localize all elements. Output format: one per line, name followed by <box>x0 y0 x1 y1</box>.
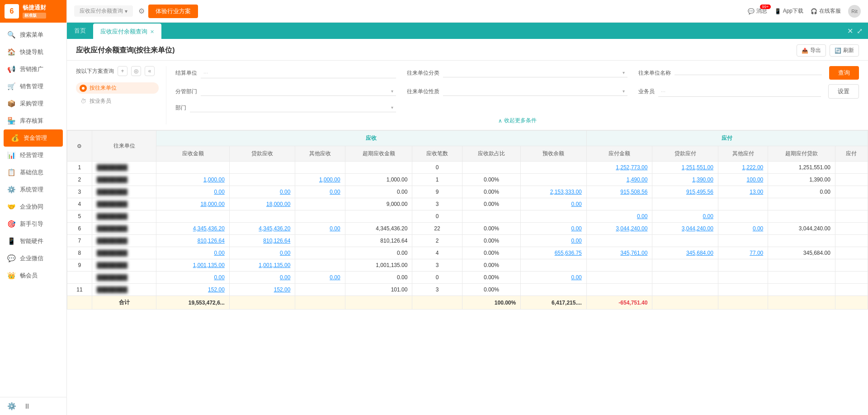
row-recv-count: 0 <box>412 210 462 223</box>
sidebar-item-purchase[interactable]: 📦 采购管理 <box>0 95 66 112</box>
collapse-filter-icon[interactable]: « <box>145 66 155 76</box>
row-pay-other: 13.00 <box>718 186 768 198</box>
tab-home[interactable]: 首页 <box>67 23 93 39</box>
page-title: 应收应付余额查询(按往来单位) <box>76 46 175 55</box>
row-pay-col <box>835 259 868 272</box>
query-button[interactable]: 查询 <box>829 66 859 80</box>
export-button[interactable]: 📤 导出 <box>797 44 826 57</box>
row-recv-prepay: 0.00 <box>521 235 587 247</box>
user-info[interactable]: Rit <box>848 5 861 18</box>
sidebar-item-finance[interactable]: 💰 资金管理 <box>4 129 63 147</box>
sidebar-item-sales[interactable]: 🛒 销售管理 <box>0 78 66 95</box>
settlement-unit-input[interactable]: ··· <box>201 68 396 78</box>
dept-chevron-icon: ▾ <box>391 89 393 94</box>
trial-button[interactable]: 体验行业方案 <box>148 5 198 18</box>
collapse-button[interactable]: ∧ 收起更多条件 <box>175 117 859 124</box>
sidebar-item-operations[interactable]: 📊 经营管理 <box>0 147 66 164</box>
row-recv-prepay: 0.00 <box>521 272 587 284</box>
unit-name-input[interactable] <box>675 71 822 75</box>
unit-category-select[interactable]: ▾ <box>443 68 627 77</box>
collapse-icon[interactable]: ⏸ <box>24 402 31 410</box>
export-icon: 📤 <box>802 48 808 54</box>
mode-by-unit[interactable]: 按往来单位 <box>76 82 159 94</box>
row-partner: ████████ <box>92 259 156 272</box>
expand-icon[interactable]: ⤢ <box>857 27 863 35</box>
sidebar-item-quick-nav[interactable]: 🏠 快捷导航 <box>0 43 66 61</box>
row-recv-loan: 1,001,135.00 <box>229 259 295 272</box>
col-settings[interactable]: ⚙ <box>67 131 92 162</box>
table-row: 7 ████████ 810,126.64 810,126.64 810,126… <box>67 235 868 247</box>
row-recv-ratio: 0.00% <box>462 198 520 210</box>
row-pay-amount: 915,508.56 <box>586 186 652 198</box>
messages-button[interactable]: 💬 消息 99+ <box>748 7 767 15</box>
filter-settings-icon[interactable]: ◎ <box>131 66 141 76</box>
table-row: 5 ████████ 0 0.00 0.00 <box>67 210 868 223</box>
sidebar-item-guide[interactable]: 🎯 新手引导 <box>0 215 66 233</box>
total-row: 合计 19,553,472,6... 100.00% 6,417,215....… <box>67 296 868 310</box>
row-recv-overdue: 101.00 <box>345 284 412 296</box>
add-filter-icon[interactable]: + <box>118 66 127 76</box>
row-index: 6 <box>67 223 92 235</box>
row-index: 7 <box>67 235 92 247</box>
breadcrumb-chevron-icon[interactable]: ▾ <box>125 8 127 14</box>
row-recv-ratio <box>462 162 520 174</box>
row-recv-count: 22 <box>412 223 462 235</box>
row-pay-amount: 1,490.00 <box>586 174 652 186</box>
tab-close-icon[interactable]: ✕ <box>150 29 154 35</box>
row-pay-overdue: 1,251,551.00 <box>768 162 835 174</box>
refresh-button[interactable]: 🔄 刷新 <box>830 44 859 57</box>
settings-icon[interactable]: ⚙️ <box>7 402 16 410</box>
row-recv-loan: 152.00 <box>229 284 295 296</box>
row-partner: ████████ <box>92 198 156 210</box>
sidebar-item-wechat[interactable]: 💬 企业微信 <box>0 250 66 267</box>
col-recv-prepay: 预收余额 <box>521 146 587 162</box>
footer-pay-amount: -654,751.40 <box>586 296 652 310</box>
row-recv-overdue: 9,000.00 <box>345 198 412 210</box>
col-pay-loan: 贷款应付 <box>652 146 718 162</box>
set-button[interactable]: 设置 <box>828 84 859 99</box>
mode-by-staff[interactable]: ⏱ 按业务员 <box>76 95 159 107</box>
logo-icon: 6 <box>5 4 19 19</box>
close-window-icon[interactable]: ✕ <box>847 27 853 35</box>
row-pay-other: 100.00 <box>718 174 768 186</box>
refresh-icon: 🔄 <box>835 48 841 54</box>
row-recv-loan <box>229 210 295 223</box>
unit-name-label: 往来单位名称 <box>638 69 671 77</box>
row-pay-other <box>718 259 768 272</box>
salesperson-input[interactable]: ··· <box>658 86 821 97</box>
row-recv-amount: 810,126.64 <box>156 235 230 247</box>
sidebar-item-cooperation[interactable]: 🤝 企业协同 <box>0 198 66 215</box>
footer-recv-ratio: 100.00% <box>462 296 520 310</box>
tab-balance-query[interactable]: 应收应付余额查询 ✕ <box>93 24 161 40</box>
sidebar-item-system[interactable]: ⚙️ 系统管理 <box>0 181 66 198</box>
col-recv-count: 应收笔数 <box>412 146 462 162</box>
chevron-up-icon: ∧ <box>498 118 502 124</box>
main-content: 应收应付余额查询(按往来单位) 📤 导出 🔄 刷新 按以下 <box>67 39 868 415</box>
row-partner: ████████ <box>92 284 156 296</box>
row-pay-overdue <box>768 272 835 284</box>
row-recv-ratio: 0.00% <box>462 247 520 259</box>
row-pay-overdue <box>768 284 835 296</box>
department-label: 部门 <box>175 104 186 112</box>
app-download-button[interactable]: 📱 App下载 <box>774 7 803 15</box>
row-recv-prepay <box>521 259 587 272</box>
row-recv-ratio: 0.00% <box>462 259 520 272</box>
row-recv-other: 0.00 <box>295 186 345 198</box>
department-select[interactable]: ▾ <box>190 103 396 112</box>
sidebar-item-member[interactable]: 👑 畅会员 <box>0 267 66 284</box>
online-service-button[interactable]: 🎧 在线客服 <box>811 7 841 15</box>
header-gear-icon[interactable]: ⚙ <box>138 7 145 15</box>
dept-select[interactable]: ▾ <box>201 87 396 96</box>
sidebar-item-search-menu[interactable]: 🔍 搜索菜单 <box>0 26 66 43</box>
row-recv-prepay: 2,153,333.00 <box>521 186 587 198</box>
breadcrumb[interactable]: 应收应付余额查询 ▾ <box>74 5 133 17</box>
sidebar-item-marketing[interactable]: 📢 营销推广 <box>0 61 66 78</box>
unit-nature-select[interactable]: ▾ <box>443 87 627 96</box>
sidebar-item-basic[interactable]: 📋 基础信息 <box>0 164 66 181</box>
row-pay-col <box>835 272 868 284</box>
row-pay-amount <box>586 272 652 284</box>
row-index: 5 <box>67 210 92 223</box>
sidebar-item-inventory[interactable]: 🏪 库存核算 <box>0 112 66 129</box>
col-pay-amount: 应付金额 <box>586 146 652 162</box>
sidebar-item-hardware[interactable]: 📱 智能硬件 <box>0 233 66 250</box>
